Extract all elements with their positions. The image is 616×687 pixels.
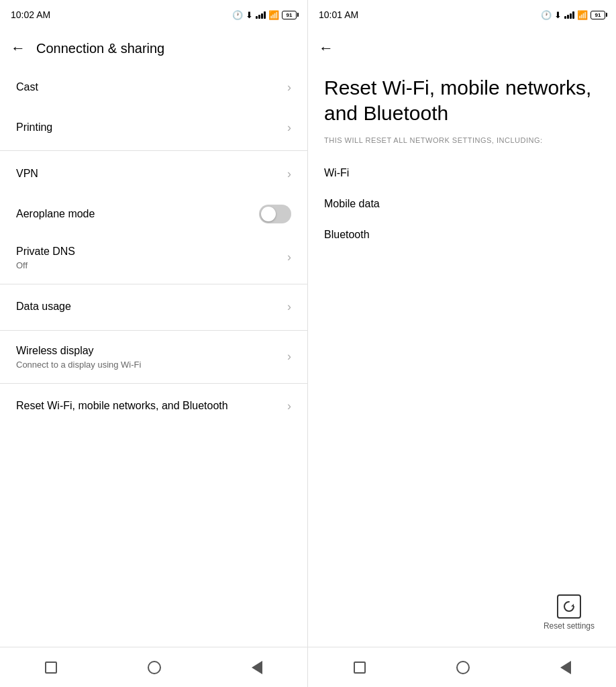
reset-item-wifi: Wi-Fi: [308, 158, 616, 189]
cast-title: Cast: [16, 81, 287, 95]
reset-mobile-data-label: Mobile data: [324, 198, 600, 210]
right-status-icons: 🕐 ⬇ 📶 91: [541, 10, 605, 20]
wireless-display-title: Wireless display: [16, 344, 287, 358]
left-home-icon: [148, 661, 161, 674]
left-panel: 10:02 AM 🕐 ⬇ 📶 91 ← Connection & sharing: [0, 0, 308, 687]
wifi-icon: 📶: [268, 10, 279, 20]
reset-settings-button[interactable]: Reset settings: [538, 589, 600, 636]
left-nav-home-button[interactable]: [137, 655, 172, 680]
reset-icon-svg: [562, 600, 576, 613]
right-signal-bars-icon: [564, 11, 574, 19]
left-status-bar: 10:02 AM 🕐 ⬇ 📶 91: [0, 0, 307, 30]
data-usage-chevron: ›: [287, 300, 291, 314]
cast-chevron: ›: [287, 81, 291, 95]
right-alarm-icon: 🕐: [541, 10, 552, 20]
right-recents-icon: [354, 662, 366, 674]
wireless-display-chevron: ›: [287, 350, 291, 364]
aeroplane-toggle-track[interactable]: [259, 205, 291, 223]
settings-item-cast[interactable]: Cast ›: [0, 67, 307, 107]
right-wifi-icon: 📶: [577, 10, 588, 20]
settings-item-printing[interactable]: Printing ›: [0, 107, 307, 148]
settings-item-vpn[interactable]: VPN ›: [0, 154, 307, 194]
private-dns-title: Private DNS: [16, 245, 287, 259]
reset-wifi-label: Wi-Fi: [324, 167, 600, 179]
settings-item-reset-wifi[interactable]: Reset Wi-Fi, mobile networks, and Blueto…: [0, 386, 307, 427]
right-battery-icon: 91: [591, 11, 605, 19]
svg-marker-0: [571, 604, 574, 606]
right-panel: 10:01 AM 🕐 ⬇ 📶 91 ← Reset Wi-Fi, mobile …: [308, 0, 616, 687]
alarm-icon: 🕐: [232, 10, 243, 20]
reset-settings-label: Reset settings: [544, 621, 595, 631]
settings-item-wireless-display[interactable]: Wireless display Connect to a display us…: [0, 333, 307, 380]
right-top-bar: ←: [308, 30, 616, 67]
left-nav-bar: [0, 647, 307, 687]
right-nav-home-button[interactable]: [446, 655, 480, 680]
divider-3: [0, 330, 307, 331]
right-content: Reset Wi-Fi, mobile networks, and Blueto…: [308, 67, 616, 647]
divider-2: [0, 284, 307, 284]
vpn-title: VPN: [16, 167, 287, 181]
left-back-icon: [252, 661, 262, 674]
vpn-chevron: ›: [287, 167, 291, 181]
right-nav-recents-button[interactable]: [343, 656, 376, 679]
private-dns-subtitle: Off: [16, 260, 287, 270]
left-top-bar: ← Connection & sharing: [0, 30, 307, 67]
left-nav-back-button[interactable]: [241, 655, 273, 680]
wireless-display-subtitle: Connect to a display using Wi-Fi: [16, 360, 287, 370]
aeroplane-title: Aeroplane mode: [16, 207, 259, 221]
aeroplane-toggle[interactable]: [259, 205, 291, 223]
private-dns-chevron: ›: [287, 250, 291, 264]
right-nav-back-button[interactable]: [550, 655, 582, 680]
right-back-icon: [560, 661, 571, 674]
printing-chevron: ›: [287, 121, 291, 135]
right-back-button[interactable]: ←: [319, 41, 333, 56]
left-recents-icon: [45, 662, 57, 674]
divider-4: [0, 383, 307, 384]
reset-page-subtitle: THIS WILL RESET ALL NETWORK SETTINGS, IN…: [308, 136, 616, 158]
reset-wifi-chevron: ›: [287, 399, 291, 413]
signal-bars-icon: [256, 11, 266, 19]
right-download-icon: ⬇: [554, 10, 562, 20]
reset-footer: Reset settings: [308, 578, 616, 647]
reset-item-bluetooth: Bluetooth: [308, 219, 616, 250]
settings-item-data-usage[interactable]: Data usage ›: [0, 287, 307, 327]
left-nav-recents-button[interactable]: [34, 656, 68, 679]
right-status-time: 10:01 AM: [319, 9, 358, 20]
reset-page-title: Reset Wi-Fi, mobile networks, and Blueto…: [308, 67, 616, 136]
left-settings-list: Cast › Printing › VPN › Aeroplane mode: [0, 67, 307, 647]
data-usage-title: Data usage: [16, 300, 287, 314]
printing-title: Printing: [16, 121, 287, 135]
right-home-icon: [456, 661, 470, 674]
right-status-bar: 10:01 AM 🕐 ⬇ 📶 91: [308, 0, 616, 30]
left-back-button[interactable]: ←: [11, 41, 25, 56]
settings-item-aeroplane[interactable]: Aeroplane mode: [0, 194, 307, 234]
reset-bluetooth-label: Bluetooth: [324, 229, 600, 241]
left-page-title: Connection & sharing: [36, 41, 164, 56]
settings-item-private-dns[interactable]: Private DNS Off ›: [0, 234, 307, 281]
download-icon: ⬇: [246, 10, 253, 20]
divider-1: [0, 150, 307, 151]
reset-settings-icon: [557, 594, 581, 619]
left-status-icons: 🕐 ⬇ 📶 91: [232, 10, 297, 20]
battery-icon: 91: [282, 11, 297, 19]
right-nav-bar: [308, 647, 616, 687]
reset-wifi-title: Reset Wi-Fi, mobile networks, and Blueto…: [16, 399, 287, 413]
reset-item-mobile-data: Mobile data: [308, 189, 616, 219]
left-status-time: 10:02 AM: [11, 9, 50, 20]
aeroplane-toggle-knob: [261, 207, 276, 221]
